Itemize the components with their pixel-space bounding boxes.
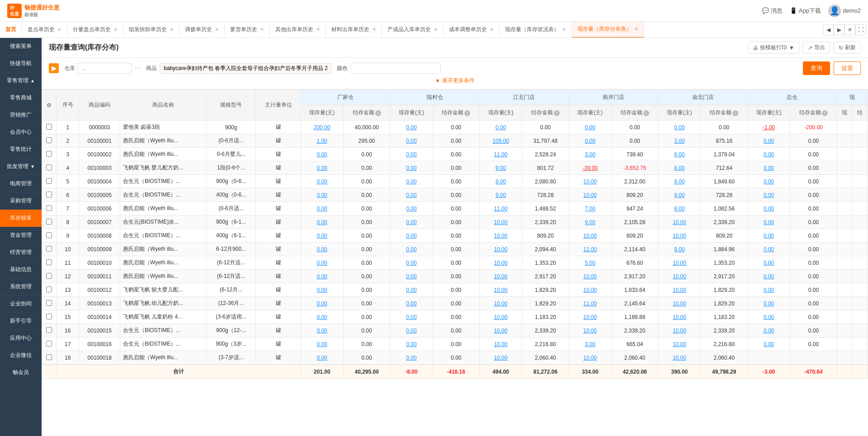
info-icon[interactable]: i xyxy=(464,110,470,116)
tab-1[interactable]: 盘点单历史 ✕ xyxy=(22,22,67,38)
sidebar-item-search[interactable]: 搜索英单 xyxy=(0,38,42,55)
settings-btn[interactable]: 设置 xyxy=(834,61,861,75)
sidebar-item-basics[interactable]: 基础信息 xyxy=(0,261,42,278)
table-cell[interactable]: 0.00 xyxy=(301,324,343,338)
tab-next-btn[interactable]: ▶ xyxy=(834,24,844,35)
table-cell[interactable]: 10.00 xyxy=(658,310,701,324)
table-cell[interactable]: 0.00 xyxy=(748,256,790,270)
table-cell[interactable]: 10.00 xyxy=(569,229,611,243)
warehouse-clear-icon[interactable]: ··· xyxy=(135,64,141,72)
message-btn[interactable]: 💬 消息 xyxy=(762,7,783,15)
table-cell[interactable]: 11.00 xyxy=(480,202,522,216)
tab-home[interactable]: 首页 xyxy=(0,22,22,38)
user-area[interactable]: 👤 demo2 xyxy=(828,5,861,17)
table-cell[interactable]: 10.00 xyxy=(569,270,611,283)
table-cell[interactable]: 0.00 xyxy=(748,148,790,161)
sidebar-item-member[interactable]: 会员中心 xyxy=(0,124,42,141)
sidebar-item-ecommerce[interactable]: 电商管理 xyxy=(0,175,42,192)
table-cell[interactable]: 1.00 xyxy=(301,134,343,148)
table-cell[interactable]: -39.00 xyxy=(569,161,611,175)
table-cell[interactable]: 10.00 xyxy=(480,229,522,243)
table-cell[interactable]: 0.00 xyxy=(658,121,701,134)
tab-9[interactable]: 成本调整单历史 ✕ xyxy=(443,22,500,38)
sidebar-item-purchase[interactable]: 采购管理 xyxy=(0,192,42,210)
table-cell[interactable]: 109.00 xyxy=(480,134,522,148)
close-icon[interactable]: ✕ xyxy=(57,27,61,33)
table-cell[interactable]: 11.00 xyxy=(480,148,522,161)
table-cell[interactable]: 0.00 xyxy=(301,270,343,283)
table-cell[interactable]: 10.00 xyxy=(658,229,701,243)
table-cell[interactable]: 0.00 xyxy=(301,188,343,202)
table-cell[interactable]: 10.00 xyxy=(658,256,701,270)
table-cell[interactable]: 0.00 xyxy=(748,270,790,283)
app-download-btn[interactable]: 📱 App下载 xyxy=(790,7,821,15)
table-cell[interactable]: 0.00 xyxy=(569,121,611,134)
table-cell[interactable]: 0.00 xyxy=(301,338,343,351)
row-checkbox[interactable] xyxy=(42,310,57,324)
tab-expand-btn[interactable]: ⛶ xyxy=(855,24,866,35)
table-cell[interactable]: 10.00 xyxy=(658,351,701,365)
table-cell[interactable]: 10.00 xyxy=(658,216,701,229)
table-cell[interactable]: 0.00 xyxy=(748,175,790,188)
table-cell[interactable]: 9.00 xyxy=(658,188,701,202)
table-cell[interactable] xyxy=(748,351,790,365)
table-cell[interactable]: 0.00 xyxy=(390,148,433,161)
sidebar-item-inventory[interactable]: 库存核算 xyxy=(0,210,42,227)
table-cell[interactable]: 0.00 xyxy=(301,256,343,270)
close-icon[interactable]: ✕ xyxy=(170,27,174,33)
row-checkbox[interactable] xyxy=(42,229,57,243)
table-cell[interactable]: 10.00 xyxy=(480,216,522,229)
table-cell[interactable]: 0.00 xyxy=(390,351,433,365)
row-checkbox[interactable] xyxy=(42,202,57,216)
tab-4[interactable]: 调拨单历史 ✕ xyxy=(179,22,225,38)
info-icon[interactable]: i xyxy=(554,110,560,116)
table-cell[interactable]: 10.00 xyxy=(480,310,522,324)
tab-7[interactable]: 材料出库单历史 ✕ xyxy=(326,22,382,38)
close-icon[interactable]: ✕ xyxy=(490,27,494,33)
table-cell[interactable]: 10.00 xyxy=(569,351,611,365)
table-cell[interactable]: 11.00 xyxy=(569,243,611,256)
table-cell[interactable]: 3.00 xyxy=(658,134,701,148)
table-cell[interactable]: 0.00 xyxy=(748,188,790,202)
table-cell[interactable]: 10.00 xyxy=(658,324,701,338)
tab-6[interactable]: 其他出库单历史 ✕ xyxy=(270,22,326,38)
export-btn[interactable]: ↗ 导出 xyxy=(803,42,830,54)
table-cell[interactable]: 0.00 xyxy=(390,216,433,229)
tab-8[interactable]: 产成品入库单历史 ✕ xyxy=(382,22,443,38)
close-icon[interactable]: ✕ xyxy=(562,27,566,33)
sidebar-item-wechat[interactable]: 企业微信 xyxy=(0,347,42,364)
tab-close-btn[interactable]: ✕ xyxy=(844,24,855,35)
row-checkbox[interactable] xyxy=(42,256,57,270)
table-cell[interactable]: 0.00 xyxy=(301,202,343,216)
table-cell[interactable]: 10.00 xyxy=(569,324,611,338)
close-icon[interactable]: ✕ xyxy=(215,27,219,33)
tab-2[interactable]: 分量盘点单历史 ✕ xyxy=(67,22,123,38)
table-cell[interactable]: 8.00 xyxy=(658,161,701,175)
row-checkbox[interactable] xyxy=(42,283,57,297)
table-cell[interactable]: 0.00 xyxy=(748,202,790,216)
table-cell[interactable]: 200.00 xyxy=(301,121,343,134)
table-cell[interactable]: 10.00 xyxy=(658,270,701,283)
table-cell[interactable]: 0.00 xyxy=(301,148,343,161)
table-cell[interactable]: 0.00 xyxy=(390,188,433,202)
table-cell[interactable]: 0.00 xyxy=(748,283,790,297)
table-cell[interactable]: 10.00 xyxy=(569,310,611,324)
close-icon[interactable]: ✕ xyxy=(372,27,376,33)
table-cell[interactable]: 0.00 xyxy=(390,256,433,270)
table-cell[interactable]: 9.00 xyxy=(480,161,522,175)
table-cell[interactable]: 10.00 xyxy=(480,351,522,365)
table-cell[interactable]: 0.00 xyxy=(748,134,790,148)
sidebar-item-collab[interactable]: 企业协同 xyxy=(0,295,42,313)
table-cell[interactable]: 10.00 xyxy=(569,283,611,297)
refresh-btn[interactable]: ↻ 刷新 xyxy=(834,42,861,54)
sidebar-item-wholesale[interactable]: 批发管理▼ xyxy=(0,158,42,175)
table-cell[interactable]: 3.00 xyxy=(569,148,611,161)
sidebar-item-retail-stats[interactable]: 零售统计 xyxy=(0,141,42,158)
tab-11[interactable]: 现存量（库存分布表）✕ xyxy=(572,22,644,38)
row-checkbox[interactable] xyxy=(42,338,57,351)
row-checkbox[interactable] xyxy=(42,270,57,283)
collapse-btn[interactable]: ▶ xyxy=(49,63,59,73)
table-cell[interactable]: 5.00 xyxy=(569,256,611,270)
goods-input[interactable] xyxy=(160,63,331,74)
table-cell[interactable]: 0.00 xyxy=(748,338,790,351)
